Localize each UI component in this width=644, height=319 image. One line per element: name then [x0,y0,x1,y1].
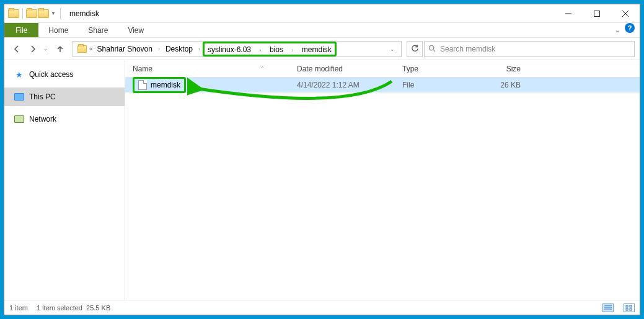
nav-label: Quick access [29,70,73,79]
close-button[interactable] [611,4,640,23]
home-tab[interactable]: Home [38,23,78,37]
file-list-pane: Name ⌃ Date modified Type Size memdisk 4… [125,60,640,300]
titlebar: ▼ memdisk [4,4,640,23]
details-view-button[interactable] [602,303,614,312]
window-title: memdisk [69,9,99,18]
breadcrumb-item[interactable]: memdisk [299,45,335,55]
help-icon[interactable]: ? [625,23,635,33]
folder-icon [76,45,88,53]
divider [22,8,23,19]
quick-access-toolbar: ▼ [4,8,63,19]
status-item-count: 1 item [9,304,28,312]
chevron-right-icon[interactable]: › [156,46,162,52]
sort-indicator-icon: ⌃ [260,66,265,71]
svg-rect-1 [594,11,600,16]
breadcrumb-item[interactable]: Desktop [162,44,196,54]
svg-rect-12 [630,308,632,310]
up-button[interactable] [53,42,68,56]
column-name[interactable]: Name ⌃ [125,65,289,73]
refresh-button[interactable] [407,41,423,57]
new-folder-icon[interactable] [38,8,49,19]
chevron-right-icon[interactable]: › [196,46,203,52]
svg-rect-10 [630,305,632,307]
svg-point-4 [429,45,433,50]
nav-label: Network [29,115,56,124]
column-date[interactable]: Date modified [289,65,395,73]
breadcrumb-overflow-icon[interactable]: « [88,45,94,52]
address-dropdown-icon[interactable]: ⌄ [386,46,399,52]
svg-rect-9 [626,305,628,307]
svg-rect-11 [626,308,628,310]
nav-this-pc[interactable]: This PC [4,88,125,106]
file-rows: memdisk 4/14/2022 1:12 AM File 26 KB [125,78,640,300]
status-selection: 1 item selected 25.5 KB [37,304,110,312]
content-area: ★ Quick access This PC Network Name ⌃ Da… [4,60,640,300]
search-icon [428,45,436,53]
view-tab[interactable]: View [118,23,154,37]
forward-button[interactable] [25,42,40,56]
address-field[interactable]: « Shahriar Shovon › Desktop › syslinux-6… [73,41,402,57]
properties-icon[interactable] [26,8,37,19]
file-icon [138,80,147,90]
app-icon [8,8,19,19]
qat-dropdown-icon[interactable]: ▼ [51,11,56,16]
expand-ribbon-icon[interactable]: ⌄ [610,23,625,37]
breadcrumb-highlight: syslinux-6.03 › bios › memdisk [203,42,337,56]
icons-view-button[interactable] [624,303,635,312]
breadcrumb-item[interactable]: bios [267,45,286,55]
pc-icon [14,92,24,102]
maximize-button[interactable] [583,4,611,23]
ribbon: File Home Share View ⌄ ? [4,23,640,38]
column-type[interactable]: Type [395,65,472,73]
search-input[interactable]: Search memdisk [424,41,635,57]
column-headers: Name ⌃ Date modified Type Size [125,60,640,78]
file-size: 26 KB [472,81,528,89]
nav-label: This PC [29,92,56,101]
file-row[interactable]: memdisk 4/14/2022 1:12 AM File 26 KB [125,78,640,92]
window-controls [554,4,640,23]
breadcrumb-item[interactable]: syslinux-6.03 [205,45,254,55]
recent-dropdown-icon[interactable]: ⌄ [42,46,49,52]
file-name: memdisk [151,81,180,89]
nav-quick-access[interactable]: ★ Quick access [4,65,125,84]
divider [60,8,61,19]
navigation-pane: ★ Quick access This PC Network [4,60,125,300]
svg-line-5 [433,50,435,52]
file-highlight: memdisk [133,77,186,93]
column-size[interactable]: Size [472,65,528,73]
back-button[interactable] [9,42,24,56]
search-placeholder: Search memdisk [440,45,495,53]
file-type: File [395,81,472,89]
share-tab[interactable]: Share [78,23,118,37]
status-bar: 1 item 1 item selected 25.5 KB [4,300,640,315]
minimize-button[interactable] [554,4,583,23]
explorer-window: ▼ memdisk File Home Share View ⌄ ? ⌄ « S… [4,4,640,315]
network-icon [14,114,24,124]
star-icon: ★ [14,70,24,79]
file-tab[interactable]: File [4,23,38,37]
nav-network[interactable]: Network [4,110,125,128]
chevron-right-icon[interactable]: › [257,47,263,53]
chevron-right-icon[interactable]: › [289,47,296,53]
file-date: 4/14/2022 1:12 AM [289,81,395,89]
address-bar: ⌄ « Shahriar Shovon › Desktop › syslinux… [4,38,640,60]
breadcrumb-item[interactable]: Shahriar Shovon [94,44,156,54]
